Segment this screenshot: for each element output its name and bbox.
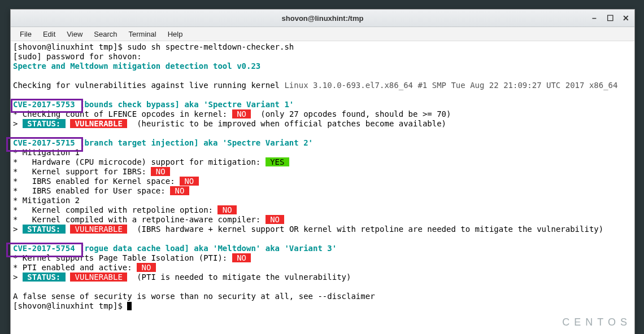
no-badge: NO	[137, 263, 156, 272]
terminal-window: shovon@linuxhint:/tmp – ☐ ✕ File Edit Vi…	[10, 9, 635, 334]
desktop: shovon@linuxhint:/tmp – ☐ ✕ File Edit Vi…	[0, 0, 644, 334]
no-badge: NO	[170, 186, 189, 195]
status-label: STATUS:	[23, 273, 66, 282]
no-badge: NO	[217, 205, 237, 214]
cve2-hw-line: * Hardware (CPU microcode) support for m…	[13, 157, 266, 166]
cve2-retpoline-opt: * Kernel compiled with retpoline option:	[13, 205, 217, 214]
centos-watermark: CENTOS	[562, 317, 632, 328]
cve3-pti-active: * PTI enabled and active:	[13, 263, 137, 272]
status-prefix: >	[13, 273, 23, 282]
cve2-desc: [branch target injection] aka 'Spectre V…	[75, 138, 313, 147]
menu-view[interactable]: View	[61, 29, 88, 39]
status-prefix: >	[13, 225, 23, 234]
cve1-desc: [bounds check bypass] aka 'Spectre Varia…	[75, 100, 294, 109]
no-badge: NO	[151, 167, 170, 176]
cve-2017-5715-id: CVE-2017-5715	[13, 138, 75, 147]
cve-2017-5753-id: CVE-2017-5753	[13, 100, 75, 109]
cve2-ibrs-kspace: * IBRS enabled for Kernel space:	[13, 177, 180, 186]
cve3-status-note: (PTI is needed to mitigate the vulnerabi…	[127, 273, 351, 282]
terminal-content[interactable]: [shovon@linuxhint tmp]$ sudo sh spectre-…	[11, 41, 634, 334]
cve2-ibrs-uspace: * IBRS enabled for User space:	[13, 186, 170, 195]
mitigation-2: * Mitigation 2	[13, 196, 80, 205]
no-badge: NO	[266, 215, 285, 224]
yes-badge: YES	[266, 157, 289, 166]
prompt-line-2: [shovon@linuxhint tmp]$	[13, 301, 127, 310]
status-label: STATUS:	[23, 225, 66, 234]
close-button[interactable]: ✕	[621, 13, 631, 23]
cve-2017-5754-id: CVE-2017-5754	[13, 244, 75, 253]
status-label: STATUS:	[23, 119, 66, 128]
no-badge: NO	[232, 253, 251, 262]
cve2-retpoline-compiler: * Kernel compiled with a retpoline-aware…	[13, 215, 266, 224]
cve1-status-note: (heuristic to be improved when official …	[127, 119, 446, 128]
vulnerable-badge: VULNERABLE	[70, 119, 127, 128]
tool-header: Spectre and Meltdown mitigation detectio…	[13, 61, 260, 71]
maximize-button[interactable]: ☐	[605, 13, 615, 23]
minimize-button[interactable]: –	[589, 13, 599, 23]
cve3-pti-support: * Kernel supports Page Table Isolation (…	[13, 253, 232, 262]
cursor-block	[127, 302, 132, 310]
prompt-line-1: [shovon@linuxhint tmp]$ sudo sh spectre-…	[13, 42, 294, 51]
sudo-line: [sudo] password for shovon:	[13, 52, 142, 61]
kernel-string: Linux 3.10.0-693.el7.x86_64 #1 SMP Tue A…	[284, 81, 617, 90]
cve2-ibrs-kernel-support: * Kernel support for IBRS:	[13, 167, 151, 176]
no-badge: NO	[180, 177, 199, 186]
menu-search[interactable]: Search	[88, 29, 123, 39]
window-controls: – ☐ ✕	[589, 13, 631, 23]
cve1-line1b: (only 27 opcodes found, should be >= 70)	[251, 109, 451, 118]
titlebar[interactable]: shovon@linuxhint:/tmp – ☐ ✕	[11, 10, 634, 27]
cve1-line1a: * Checking count of LFENCE opcodes in ke…	[13, 109, 232, 118]
menu-edit[interactable]: Edit	[37, 29, 61, 39]
titlebar-title: shovon@linuxhint:/tmp	[11, 14, 634, 23]
cve3-desc: [rogue data cache load] aka 'Meltdown' a…	[75, 244, 337, 253]
cve2-status-note: (IBRS hardware + kernel support OR kerne…	[127, 225, 603, 234]
vulnerable-badge: VULNERABLE	[70, 225, 127, 234]
status-prefix: >	[13, 119, 23, 128]
menu-terminal[interactable]: Terminal	[123, 29, 162, 39]
mitigation-1: * Mitigation 1	[13, 148, 80, 157]
cve1-no-badge: NO	[232, 109, 251, 118]
menubar: File Edit View Search Terminal Help	[11, 27, 634, 41]
vulnerable-badge: VULNERABLE	[70, 273, 127, 282]
disclaimer-line: A false sense of security is worse than …	[13, 292, 375, 301]
menu-help[interactable]: Help	[162, 29, 189, 39]
menu-file[interactable]: File	[14, 29, 37, 39]
check-prefix: Checking for vulnerabilities against liv…	[13, 81, 284, 90]
